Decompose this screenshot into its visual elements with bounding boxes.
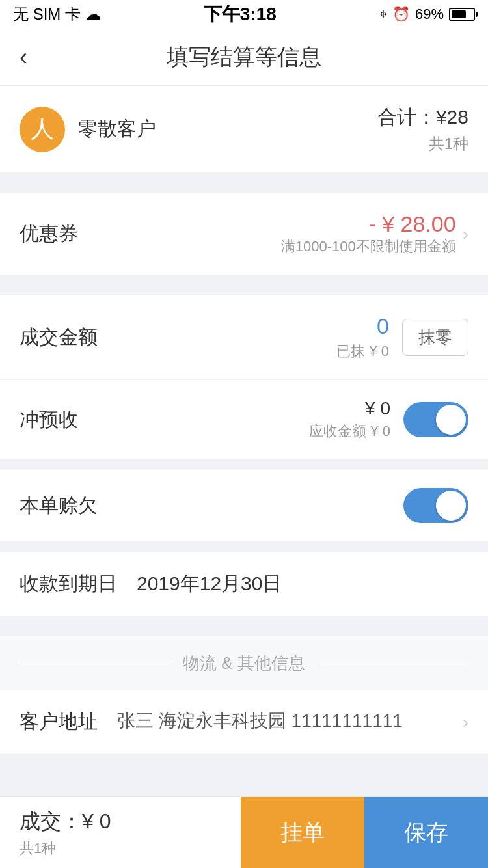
prepayment-amount: ¥ 0 <box>309 398 390 419</box>
customer-right: 合计：¥28 共1种 <box>377 104 468 154</box>
status-time: 下午3:18 <box>204 2 277 27</box>
debit-row: 本单赊欠 <box>0 470 488 541</box>
chevron-right-icon: › <box>463 224 468 245</box>
transaction-value[interactable]: 0 <box>336 314 389 339</box>
coupon-info: - ¥ 28.00 满1000-100不限制使用金额 <box>281 211 456 256</box>
alarm-icon: ⏰ <box>392 6 410 23</box>
nav-bar: ‹ 填写结算等信息 <box>0 29 488 86</box>
debit-label: 本单赊欠 <box>20 493 98 519</box>
address-label: 客户地址 <box>20 709 98 735</box>
due-date-label: 收款到期日 <box>20 571 117 597</box>
customer-section: 人 零散客户 合计：¥28 共1种 <box>0 86 488 172</box>
total-amount: 合计：¥28 <box>377 104 468 131</box>
bottom-deal-label: 成交： <box>20 809 82 833</box>
coupon-label: 优惠券 <box>20 221 78 247</box>
signal-text: 无 SIM 卡 ☁ <box>13 4 101 25</box>
battery-icon <box>449 8 475 21</box>
due-date-value[interactable]: 2019年12月30日 <box>137 571 282 597</box>
due-date-row: 收款到期日 2019年12月30日 <box>0 552 488 616</box>
form-section-1: 成交金额 0 已抹 ¥ 0 抹零 冲预收 ¥ 0 应收金额 ¥ 0 <box>0 295 488 459</box>
transaction-right: 0 已抹 ¥ 0 抹零 <box>336 314 468 361</box>
debit-toggle-thumb <box>436 491 466 521</box>
address-row[interactable]: 客户地址 张三 海淀永丰科技园 11111111111 › <box>0 690 488 753</box>
transaction-row: 成交金额 0 已抹 ¥ 0 抹零 <box>0 295 488 380</box>
battery-percent: 69% <box>415 6 444 23</box>
save-button[interactable]: 保存 <box>364 797 488 869</box>
status-left: 无 SIM 卡 ☁ <box>13 4 101 25</box>
status-bar: 无 SIM 卡 ☁ 下午3:18 ⌖ ⏰ 69% <box>0 0 488 29</box>
logistics-section-header: 物流 & 其他信息 <box>0 636 488 690</box>
debit-toggle[interactable] <box>403 488 468 523</box>
prepayment-right: ¥ 0 应收金额 ¥ 0 <box>309 398 468 441</box>
page-title: 填写结算等信息 <box>167 42 321 72</box>
coupon-desc: 满1000-100不限制使用金额 <box>281 237 456 256</box>
bottom-bar: 成交：¥ 0 共1种 挂单 保存 <box>0 796 488 868</box>
transaction-label: 成交金额 <box>20 324 98 351</box>
prepayment-sub: 应收金额 ¥ 0 <box>309 422 390 441</box>
status-right: ⌖ ⏰ 69% <box>379 6 475 23</box>
bottom-deal-text: 成交：¥ 0 <box>20 807 221 836</box>
bottom-summary: 成交：¥ 0 共1种 <box>0 807 241 858</box>
transaction-sub: 已抹 ¥ 0 <box>336 342 389 361</box>
prepayment-row: 冲预收 ¥ 0 应收金额 ¥ 0 <box>0 380 488 459</box>
location-icon: ⌖ <box>379 6 387 23</box>
coupon-right: - ¥ 28.00 满1000-100不限制使用金额 › <box>281 211 468 256</box>
coupon-amount: - ¥ 28.00 <box>281 211 456 237</box>
coupon-section[interactable]: 优惠券 - ¥ 28.00 满1000-100不限制使用金额 › <box>0 193 488 275</box>
bottom-count: 共1种 <box>20 839 221 858</box>
divider-2 <box>0 285 488 295</box>
prepayment-info: ¥ 0 应收金额 ¥ 0 <box>309 398 390 441</box>
content: 人 零散客户 合计：¥28 共1种 优惠券 - ¥ 28.00 满1000-10… <box>0 86 488 868</box>
divider-3 <box>0 459 488 470</box>
transaction-value-wrap: 0 已抹 ¥ 0 <box>336 314 389 361</box>
back-button[interactable]: ‹ <box>20 44 27 71</box>
divider-1 <box>0 183 488 193</box>
prepayment-toggle[interactable] <box>403 402 468 437</box>
toggle-thumb <box>436 405 466 435</box>
address-chevron-icon: › <box>463 712 468 733</box>
total-count: 共1种 <box>377 133 468 154</box>
customer-left: 人 零散客户 <box>20 107 156 152</box>
divider-4 <box>0 626 488 636</box>
customer-name: 零散客户 <box>78 116 156 142</box>
prepayment-label: 冲预收 <box>20 407 78 433</box>
logistics-label: 物流 & 其他信息 <box>170 652 318 675</box>
avatar: 人 <box>20 107 65 152</box>
address-left: 客户地址 张三 海淀永丰科技园 11111111111 <box>20 709 403 735</box>
round-zero-button[interactable]: 抹零 <box>402 319 468 356</box>
hold-order-button[interactable]: 挂单 <box>241 797 364 869</box>
bottom-deal-amount: ¥ 0 <box>82 809 111 833</box>
address-value: 张三 海淀永丰科技园 11111111111 <box>117 709 403 733</box>
